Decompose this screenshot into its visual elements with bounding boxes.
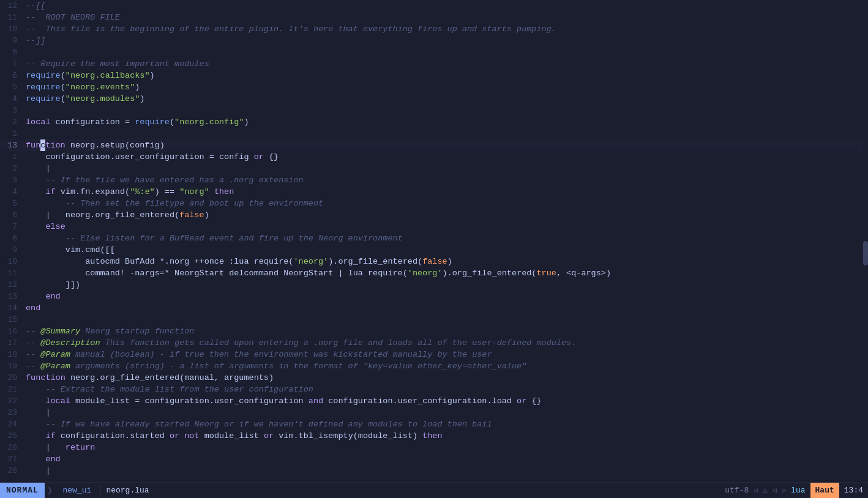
line-number: 18 bbox=[0, 349, 23, 360]
arrow3-icon: ◁ bbox=[773, 486, 777, 495]
token: manual (boolean) - if true then the envi… bbox=[70, 350, 492, 359]
token bbox=[26, 396, 45, 406]
token: arguments (string) - a list of arguments… bbox=[70, 362, 526, 371]
token: ( bbox=[61, 83, 65, 92]
token: module_list = configuration.user_configu… bbox=[70, 396, 309, 406]
token: end bbox=[45, 455, 60, 464]
line-number: 7 bbox=[0, 58, 23, 70]
line-number: 24 bbox=[0, 418, 23, 430]
line-text: ]]) bbox=[23, 279, 868, 291]
token: ( bbox=[170, 117, 174, 127]
line-number: 6 bbox=[0, 70, 23, 81]
token: neorg.org_file_entered(manual, arguments… bbox=[65, 373, 274, 382]
token: ) bbox=[244, 117, 249, 127]
token: | bbox=[26, 443, 65, 452]
token: ).org_file_entered( bbox=[328, 257, 422, 266]
code-line: 19-- @Param arguments (string) - a list … bbox=[0, 360, 868, 372]
line-text: require("neorg.events") bbox=[23, 81, 868, 93]
line-text: -- @Description This function gets calle… bbox=[23, 337, 868, 349]
code-line: 27 end bbox=[0, 453, 868, 465]
token: "norg" bbox=[179, 187, 209, 196]
line-text: autocmd BufAdd *.norg ++once :lua requir… bbox=[23, 256, 868, 267]
code-line: 11-- ROOT NEORG FILE bbox=[0, 12, 868, 23]
line-text: require("neorg.callbacks") bbox=[23, 70, 868, 81]
line-text: -- Then set the filetype and boot up the… bbox=[23, 198, 868, 209]
token: then bbox=[422, 431, 442, 440]
line-text: command! -nargs=* NeorgStart delcommand … bbox=[23, 267, 868, 279]
line-number: 11 bbox=[0, 12, 23, 23]
line-text: local module_list = configuration.user_c… bbox=[23, 395, 868, 407]
token: false bbox=[422, 257, 447, 266]
token: "neorg.events" bbox=[65, 83, 135, 92]
code-line: 13function neorg.setup(config) bbox=[0, 139, 868, 151]
code-line: 22 local module_list = configuration.use… bbox=[0, 395, 868, 407]
line-number: 13 bbox=[0, 139, 23, 151]
token: ) bbox=[150, 71, 155, 80]
file-sep: │ bbox=[94, 486, 106, 495]
line-text: -- @Param arguments (string) - a list of… bbox=[23, 360, 868, 372]
token bbox=[26, 292, 45, 301]
scroll-label: Haut bbox=[810, 483, 839, 499]
code-line: 12--[[ bbox=[0, 0, 868, 12]
line-number: 1 bbox=[0, 128, 23, 139]
token: configuration.user_configuration.load bbox=[323, 396, 517, 406]
line-number: 12 bbox=[0, 279, 23, 291]
lines-container: 12--[[11-- ROOT NEORG FILE10-- This file… bbox=[0, 0, 868, 477]
line-text: function neorg.org_file_entered(manual, … bbox=[23, 372, 868, 384]
line-text: --]] bbox=[23, 35, 868, 46]
code-line: 5require("neorg.events") bbox=[0, 81, 868, 93]
line-text: end bbox=[23, 291, 868, 302]
line-number: 5 bbox=[0, 198, 23, 209]
encoding: utf-8 bbox=[725, 486, 749, 495]
line-text: else bbox=[23, 221, 868, 232]
code-line: 8 bbox=[0, 46, 868, 58]
token: 'neorg' bbox=[408, 269, 443, 278]
line-number: 21 bbox=[0, 384, 23, 395]
statusbar-right: utf-8 ◁ △ ◁ ▷ lua Haut 13:4 bbox=[725, 483, 868, 499]
scrollbar[interactable] bbox=[863, 0, 868, 482]
token: @Summary bbox=[40, 327, 80, 336]
line-number: 6 bbox=[0, 209, 23, 221]
token: {} bbox=[526, 396, 541, 406]
token: or bbox=[170, 431, 179, 440]
token bbox=[26, 455, 45, 464]
scrollbar-thumb[interactable] bbox=[863, 241, 868, 266]
line-text: require("neorg.modules") bbox=[23, 93, 868, 105]
token: end bbox=[45, 292, 60, 301]
line-text: configuration.user_configuration = confi… bbox=[23, 151, 868, 163]
code-line: 24 -- If we have already started Neorg o… bbox=[0, 418, 868, 430]
token: "%:e" bbox=[130, 187, 155, 196]
token: local bbox=[26, 117, 51, 127]
line-number: 2 bbox=[0, 116, 23, 128]
line-number: 27 bbox=[0, 453, 23, 465]
token: configuration = bbox=[51, 117, 135, 127]
code-line: 7-- Require the most important modules bbox=[0, 58, 868, 70]
line-number: 25 bbox=[0, 430, 23, 442]
token: "neorg.config" bbox=[174, 117, 244, 127]
code-line: 6 | neorg.org_file_entered(false) bbox=[0, 209, 868, 221]
token: 'neorg' bbox=[293, 257, 328, 266]
line-number: 10 bbox=[0, 23, 23, 35]
code-line: 18-- @Param manual (boolean) - if true t… bbox=[0, 349, 868, 360]
code-line: 7 else bbox=[0, 221, 868, 232]
code-line: 6require("neorg.callbacks") bbox=[0, 70, 868, 81]
token: @Param bbox=[40, 362, 70, 371]
token: false bbox=[179, 210, 204, 220]
code-line: 11 command! -nargs=* NeorgStart delcomma… bbox=[0, 267, 868, 279]
line-text: local configuration = require("neorg.con… bbox=[23, 116, 868, 128]
line-number: 13 bbox=[0, 291, 23, 302]
line-number: 3 bbox=[0, 105, 23, 116]
token: then bbox=[209, 187, 234, 196]
token: autocmd BufAdd *.norg ++once :lua requir… bbox=[26, 257, 293, 266]
filename: neorg.lua bbox=[106, 486, 154, 495]
token: neorg.setup(config) bbox=[65, 141, 165, 150]
token: This function gets called upon entering … bbox=[100, 338, 577, 347]
line-number: 15 bbox=[0, 314, 23, 325]
code-area[interactable]: 12--[[11-- ROOT NEORG FILE10-- This file… bbox=[0, 0, 868, 482]
token: or bbox=[254, 152, 264, 162]
line-text: | bbox=[23, 407, 868, 418]
token: {} bbox=[264, 152, 279, 162]
token bbox=[26, 187, 45, 196]
token: ) bbox=[140, 94, 144, 103]
token: -- bbox=[26, 327, 40, 336]
